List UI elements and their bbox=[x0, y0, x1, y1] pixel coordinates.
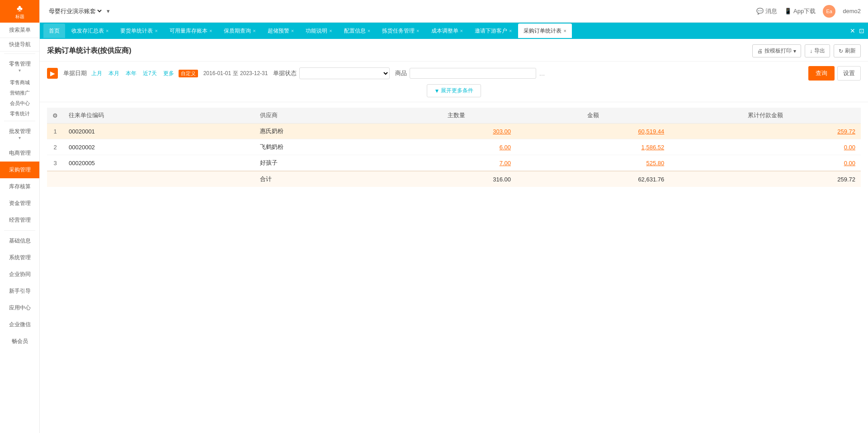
tab-pick-task[interactable]: 拣货任务管理 × bbox=[377, 24, 425, 38]
row-num: 2 bbox=[47, 139, 63, 155]
tab-cost-adjust[interactable]: 成本调整单 × bbox=[426, 24, 468, 38]
sidebar-item-new-guide[interactable]: 新手引导 bbox=[0, 283, 39, 300]
close-icon[interactable]: × bbox=[209, 28, 212, 33]
close-icon[interactable]: × bbox=[329, 28, 332, 33]
shortcut-this-month[interactable]: 本月 bbox=[107, 69, 121, 78]
tab-label: 要货单统计表 bbox=[120, 27, 153, 35]
shortcut-more[interactable]: 更多 bbox=[161, 69, 176, 78]
table-footer: 合计 316.00 62,631.76 259.72 bbox=[47, 171, 861, 187]
sidebar-item-label: 企业协同 bbox=[0, 271, 39, 278]
sidebar-search[interactable]: 搜索菜单 bbox=[0, 23, 39, 38]
row-amount[interactable]: 525.80 bbox=[516, 155, 670, 171]
sidebar-item-label: 零售商城 bbox=[0, 79, 39, 86]
custom-badge[interactable]: 自定义 bbox=[179, 70, 198, 77]
row-paid-amount[interactable]: 0.00 bbox=[670, 155, 861, 171]
row-supplier: 好孩子 bbox=[255, 155, 397, 171]
sidebar-item-operation[interactable]: 经营管理 bbox=[0, 212, 39, 228]
tab-label: 功能说明 bbox=[306, 27, 327, 35]
export-button[interactable]: ↓ 导出 bbox=[805, 44, 830, 57]
table-body: 1 00020001 惠氏奶粉 303.00 60,519.44 259.72 … bbox=[47, 124, 861, 171]
sidebar-item-inventory[interactable]: 库存核算 bbox=[0, 178, 39, 195]
row-amount[interactable]: 60,519.44 bbox=[516, 124, 670, 139]
close-icon[interactable]: × bbox=[291, 28, 294, 33]
print-button[interactable]: 🖨 按模板打印 ▾ bbox=[752, 44, 801, 57]
filter-area: ▶ 单据日期 上月 本月 本年 近7天 更多 自定义 2016-01- bbox=[40, 62, 868, 102]
account-selector[interactable]: 母婴行业演示账套 bbox=[47, 7, 103, 15]
close-icon[interactable]: × bbox=[416, 28, 419, 33]
tab-receive-summary[interactable]: 收发存汇总表 × bbox=[66, 24, 114, 38]
sidebar-item-enterprise-collab[interactable]: 企业协同 bbox=[0, 266, 39, 283]
settings-button[interactable]: 设置 bbox=[837, 66, 861, 81]
sidebar-item-retail-management[interactable]: 零售管理 ▾ bbox=[0, 56, 39, 77]
refresh-icon: ↻ bbox=[839, 48, 843, 54]
row-amount[interactable]: 1,586.52 bbox=[516, 139, 670, 155]
status-select[interactable] bbox=[299, 67, 390, 79]
close-icon[interactable]: × bbox=[563, 28, 566, 33]
logo-text: 标题 bbox=[15, 14, 24, 20]
query-button[interactable]: 查询 bbox=[808, 66, 835, 81]
row-quantity[interactable]: 6.00 bbox=[397, 139, 516, 155]
sidebar-item-purchase[interactable]: 采购管理 bbox=[0, 162, 39, 178]
sidebar-item-system[interactable]: 系统管理 bbox=[0, 249, 39, 266]
data-table: ⚙ 往来单位编码 供应商 主数量 金额 累计付款金额 1 00020001 bbox=[47, 108, 861, 187]
close-icon[interactable]: × bbox=[106, 28, 108, 33]
col-supplier: 供应商 bbox=[255, 108, 397, 124]
tab-expiry-query[interactable]: 保质期查询 × bbox=[218, 24, 261, 38]
close-tab-icon[interactable]: ✕ bbox=[850, 27, 855, 34]
tab-function-desc[interactable]: 功能说明 × bbox=[300, 24, 337, 38]
sidebar-item-label: 会员中心 bbox=[0, 100, 39, 107]
avatar[interactable]: Ea bbox=[823, 5, 835, 18]
sidebar-item-wechat[interactable]: 企业微信 bbox=[0, 316, 39, 333]
shortcut-this-year[interactable]: 本年 bbox=[124, 69, 138, 78]
nav-tabs-right: ✕ ⊡ bbox=[850, 27, 864, 34]
search-label: 搜索菜单 bbox=[9, 27, 31, 33]
tab-invite-downstream[interactable]: 邀请下游客户 × bbox=[469, 24, 517, 38]
sidebar-item-wholesale[interactable]: 批发管理 ▾ bbox=[0, 123, 39, 145]
logo[interactable]: ♣ 标题 bbox=[0, 0, 39, 23]
filter-row-1: ▶ 单据日期 上月 本月 本年 近7天 更多 自定义 2016-01- bbox=[47, 66, 861, 81]
sidebar-item-ecommerce[interactable]: 电商管理 bbox=[0, 145, 39, 162]
maximize-icon[interactable]: ⊡ bbox=[859, 27, 864, 34]
row-quantity[interactable]: 303.00 bbox=[397, 124, 516, 139]
sidebar-item-retail-stats[interactable]: 零售统计 bbox=[0, 109, 39, 119]
app-download-button[interactable]: 📱 App下载 bbox=[784, 7, 816, 15]
shortcut-7days[interactable]: 近7天 bbox=[141, 69, 159, 78]
sidebar-item-basic-info[interactable]: 基础信息 bbox=[0, 233, 39, 249]
refresh-button[interactable]: ↻ 刷新 bbox=[834, 44, 861, 57]
sidebar-quick-nav[interactable]: 快捷导航 bbox=[0, 38, 39, 52]
tab-home[interactable]: 首页 bbox=[43, 24, 65, 38]
sidebar-item-app-center[interactable]: 应用中心 bbox=[0, 300, 39, 316]
refresh-label: 刷新 bbox=[845, 47, 856, 55]
goods-input[interactable] bbox=[410, 68, 536, 79]
tab-goods-summary[interactable]: 要货单统计表 × bbox=[115, 24, 163, 38]
row-quantity[interactable]: 7.00 bbox=[397, 155, 516, 171]
tab-purchase-summary[interactable]: 采购订单统计表 × bbox=[518, 24, 571, 38]
filter-toggle[interactable]: ▶ bbox=[47, 68, 58, 79]
close-icon[interactable]: × bbox=[509, 28, 512, 33]
more-icon[interactable]: … bbox=[539, 70, 545, 77]
sidebar-item-label: 采购管理 bbox=[0, 166, 39, 174]
row-paid-amount[interactable]: 259.72 bbox=[670, 124, 861, 139]
close-icon[interactable]: × bbox=[368, 28, 370, 33]
settings-icon[interactable]: ⚙ bbox=[52, 112, 58, 119]
sidebar-item-finance[interactable]: 资金管理 bbox=[0, 195, 39, 212]
sidebar-item-retail-shop[interactable]: 零售商城 bbox=[0, 77, 39, 88]
message-button[interactable]: 💬 消息 bbox=[756, 7, 777, 15]
row-num: 1 bbox=[47, 124, 63, 139]
row-paid-amount[interactable]: 0.00 bbox=[670, 139, 861, 155]
close-icon[interactable]: × bbox=[253, 28, 255, 33]
close-icon[interactable]: × bbox=[460, 28, 463, 33]
close-icon[interactable]: × bbox=[155, 28, 157, 33]
expand-more-button[interactable]: ▼ 展开更多条件 bbox=[427, 84, 481, 97]
tab-overstock-alert[interactable]: 超储预警 × bbox=[262, 24, 299, 38]
footer-label: 合计 bbox=[255, 171, 397, 187]
export-label: 导出 bbox=[814, 47, 825, 55]
tab-config-info[interactable]: 配置信息 × bbox=[339, 24, 376, 38]
sidebar-item-member[interactable]: 畅会员 bbox=[0, 333, 39, 350]
expand-label: 展开更多条件 bbox=[441, 87, 473, 95]
breadcrumb-arrow: ▾ bbox=[107, 8, 110, 14]
sidebar-item-member-center[interactable]: 会员中心 bbox=[0, 98, 39, 109]
sidebar-item-marketing[interactable]: 营销推广 bbox=[0, 88, 39, 98]
tab-available-inventory[interactable]: 可用量库存账本 × bbox=[164, 24, 217, 38]
shortcut-last-month[interactable]: 上月 bbox=[90, 69, 104, 78]
